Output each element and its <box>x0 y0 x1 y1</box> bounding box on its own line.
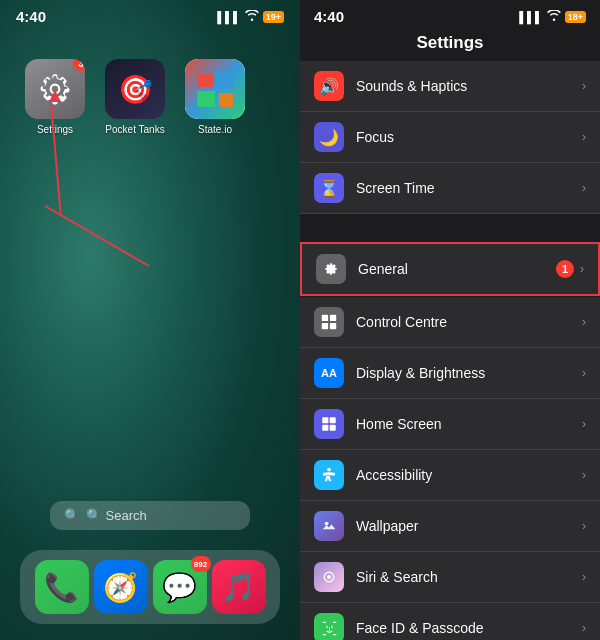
state-io-app-icon[interactable] <box>185 59 245 119</box>
settings-row-focus[interactable]: 🌙 Focus › <box>300 112 600 163</box>
dock-safari[interactable]: 🧭 <box>94 560 148 614</box>
accessibility-right: › <box>582 468 586 482</box>
dock-music[interactable]: 🎵 <box>212 560 266 614</box>
state-io-visual <box>185 59 245 119</box>
display-icon: AA <box>314 358 344 388</box>
wifi-icon <box>245 10 259 23</box>
siri-right: › <box>582 570 586 584</box>
settings-list[interactable]: 🔊 Sounds & Haptics › 🌙 Focus › ⌛ Screen … <box>300 61 600 640</box>
svg-rect-6 <box>322 323 328 329</box>
accessibility-chevron: › <box>582 468 586 482</box>
svg-rect-18 <box>322 633 325 634</box>
focus-label: Focus <box>356 129 582 145</box>
settings-row-screen-time[interactable]: ⌛ Screen Time › <box>300 163 600 214</box>
state-io-map-icon <box>195 69 235 109</box>
svg-rect-17 <box>332 621 335 622</box>
settings-app-icon[interactable]: 3 <box>25 59 85 119</box>
face-id-icon <box>314 613 344 640</box>
home-dock: 📞 🧭 💬 892 🎵 <box>20 550 280 624</box>
svg-rect-0 <box>197 74 213 87</box>
focus-right: › <box>582 130 586 144</box>
settings-row-wallpaper[interactable]: Wallpaper › <box>300 501 600 552</box>
settings-row-face-id[interactable]: Face ID & Passcode › <box>300 603 600 640</box>
pocket-tanks-app-label: Pocket Tanks <box>105 124 164 135</box>
dock-messages[interactable]: 💬 892 <box>153 560 207 614</box>
focus-icon: 🌙 <box>314 122 344 152</box>
display-right: › <box>582 366 586 380</box>
svg-rect-1 <box>215 71 233 89</box>
siri-label: Siri & Search <box>356 569 582 585</box>
sounds-right: › <box>582 79 586 93</box>
sounds-label: Sounds & Haptics <box>356 78 582 94</box>
battery-icon: 19+ <box>263 11 284 23</box>
pocket-tanks-app-icon[interactable]: 🎯 <box>105 59 165 119</box>
settings-screen-panel: 4:40 ▌▌▌ 18+ Settings 🔊 Sounds & Haptics… <box>300 0 600 640</box>
screen-time-label: Screen Time <box>356 180 582 196</box>
control-centre-chevron: › <box>582 315 586 329</box>
settings-badge: 3 <box>73 59 85 71</box>
settings-app-wrapper[interactable]: 3 Settings <box>20 59 90 135</box>
state-io-app-label: State.io <box>198 124 232 135</box>
svg-rect-8 <box>322 417 328 423</box>
sounds-icon: 🔊 <box>314 71 344 101</box>
search-label: 🔍 Search <box>86 508 147 523</box>
settings-row-control-centre[interactable]: Control Centre › <box>300 297 600 348</box>
phone-icon: 📞 <box>44 571 79 604</box>
control-centre-label: Control Centre <box>356 314 582 330</box>
home-screen-chevron: › <box>582 417 586 431</box>
messages-icon: 💬 <box>162 571 197 604</box>
svg-rect-2 <box>197 91 215 107</box>
accessibility-icon <box>314 460 344 490</box>
home-time: 4:40 <box>16 8 46 25</box>
svg-point-12 <box>327 468 331 472</box>
settings-time: 4:40 <box>314 8 344 25</box>
siri-icon <box>314 562 344 592</box>
display-label: Display & Brightness <box>356 365 582 381</box>
settings-row-home-screen[interactable]: Home Screen › <box>300 399 600 450</box>
svg-rect-16 <box>322 621 325 622</box>
safari-icon: 🧭 <box>103 571 138 604</box>
screen-time-icon: ⌛ <box>314 173 344 203</box>
home-screen-right: › <box>582 417 586 431</box>
svg-rect-5 <box>330 315 336 321</box>
svg-rect-11 <box>330 425 336 431</box>
pocket-tanks-app-wrapper[interactable]: 🎯 Pocket Tanks <box>100 59 170 135</box>
settings-row-accessibility[interactable]: Accessibility › <box>300 450 600 501</box>
general-chevron: › <box>580 262 584 276</box>
home-search-bar[interactable]: 🔍 🔍 Search <box>50 501 250 530</box>
face-id-chevron: › <box>582 621 586 635</box>
settings-status-bar: 4:40 ▌▌▌ 18+ <box>300 0 600 29</box>
settings-gear-icon <box>37 71 73 107</box>
sounds-chevron: › <box>582 79 586 93</box>
home-status-bar: 4:40 ▌▌▌ 19+ <box>0 0 300 29</box>
settings-row-general[interactable]: General 1 › <box>300 242 600 296</box>
settings-signal-icon: ▌▌▌ <box>519 11 542 23</box>
accessibility-label: Accessibility <box>356 467 582 483</box>
general-label: General <box>358 261 556 277</box>
search-icon: 🔍 <box>64 508 80 523</box>
settings-row-sounds[interactable]: 🔊 Sounds & Haptics › <box>300 61 600 112</box>
home-screen-icon <box>314 409 344 439</box>
dock-phone[interactable]: 📞 <box>35 560 89 614</box>
screen-time-right: › <box>582 181 586 195</box>
music-icon: 🎵 <box>221 571 256 604</box>
svg-rect-3 <box>219 93 233 107</box>
siri-chevron: › <box>582 570 586 584</box>
focus-chevron: › <box>582 130 586 144</box>
svg-rect-7 <box>330 323 336 329</box>
general-right: 1 › <box>556 260 584 278</box>
wallpaper-label: Wallpaper <box>356 518 582 534</box>
general-icon <box>316 254 346 284</box>
svg-rect-10 <box>322 425 328 431</box>
settings-row-siri[interactable]: Siri & Search › <box>300 552 600 603</box>
svg-point-15 <box>327 575 331 579</box>
home-status-icons: ▌▌▌ 19+ <box>217 10 284 23</box>
settings-wifi-icon <box>547 10 561 23</box>
settings-row-display[interactable]: AA Display & Brightness › <box>300 348 600 399</box>
state-io-app-wrapper[interactable]: State.io <box>180 59 250 135</box>
wallpaper-icon <box>314 511 344 541</box>
app-grid: 3 Settings 🎯 Pocket Tanks <box>0 29 300 135</box>
face-id-right: › <box>582 621 586 635</box>
messages-badge: 892 <box>191 556 211 572</box>
arrow-tail <box>45 205 150 267</box>
